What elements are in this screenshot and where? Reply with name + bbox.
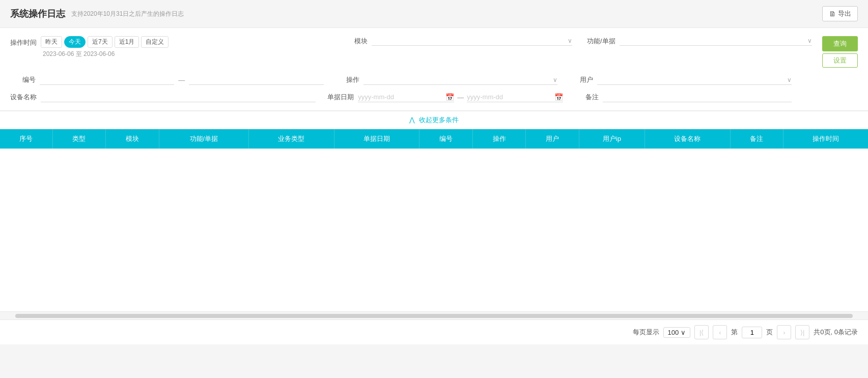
- date-end-input[interactable]: [467, 92, 552, 102]
- time-btn-1month[interactable]: 近1月: [115, 36, 139, 48]
- col-operation: 操作: [472, 129, 525, 149]
- user-label: 用户: [568, 75, 593, 84]
- total-info: 共0页, 0条记录: [814, 328, 858, 337]
- prev-page-button[interactable]: ‹: [713, 325, 727, 339]
- date-start-wrap: 📅: [358, 92, 454, 102]
- filter-area: 操作时间 昨天 今天 近7天 近1月 自定义 2023-06-06 至 2023…: [0, 28, 868, 111]
- action-buttons: 查询 设置: [822, 36, 858, 68]
- collapse-label: 收起更多条件: [419, 116, 459, 124]
- data-table: 序号 类型 模块 功能/单据 业务类型 单据日期 编号 操作 用户 用户ip 设…: [0, 129, 868, 149]
- page-subtitle: 支持2020年10月31日之后产生的操作日志: [71, 10, 184, 18]
- col-voucher-date: 单据日期: [334, 129, 419, 149]
- table-header: 序号 类型 模块 功能/单据 业务类型 单据日期 编号 操作 用户 用户ip 设…: [0, 129, 868, 149]
- number-dash: —: [178, 76, 185, 84]
- table-header-row: 序号 类型 模块 功能/单据 业务类型 单据日期 编号 操作 用户 用户ip 设…: [0, 129, 868, 149]
- time-label: 操作时间: [10, 38, 37, 47]
- date-dash: —: [457, 94, 464, 101]
- col-business-type: 业务类型: [249, 129, 334, 149]
- time-buttons: 昨天 今天 近7天 近1月 自定义: [41, 36, 169, 48]
- export-button[interactable]: 🗎 导出: [822, 6, 858, 21]
- date-start-input[interactable]: [358, 92, 443, 102]
- col-number: 编号: [419, 129, 472, 149]
- settings-button[interactable]: 设置: [822, 53, 858, 68]
- export-icon: 🗎: [829, 10, 836, 18]
- device-input[interactable]: [41, 92, 316, 102]
- function-dropdown-icon: ∨: [807, 37, 812, 44]
- voucher-date-label: 单据日期: [326, 93, 354, 102]
- user-select[interactable]: ∨: [597, 75, 792, 85]
- module-label: 模块: [342, 37, 368, 46]
- per-page-label: 每页显示: [633, 328, 659, 337]
- last-page-button[interactable]: ⟩|: [795, 325, 809, 339]
- col-type: 类型: [52, 129, 105, 149]
- col-user: 用户: [526, 129, 579, 149]
- first-page-button[interactable]: |⟨: [694, 325, 709, 339]
- col-module: 模块: [106, 129, 159, 149]
- export-label: 导出: [838, 9, 851, 18]
- device-label: 设备名称: [10, 93, 37, 102]
- page-unit: 页: [766, 328, 773, 337]
- remark-input[interactable]: [603, 92, 792, 102]
- col-seq: 序号: [0, 129, 52, 149]
- calendar-end-icon[interactable]: 📅: [554, 93, 563, 101]
- operation-dropdown-icon: ∨: [553, 76, 557, 83]
- function-label: 功能/单据: [582, 37, 615, 46]
- collapse-icon: ⋀: [409, 116, 415, 124]
- horizontal-scrollbar[interactable]: [0, 311, 868, 319]
- remark-label: 备注: [573, 93, 599, 102]
- time-btn-custom[interactable]: 自定义: [141, 36, 169, 48]
- number-label: 编号: [10, 75, 36, 84]
- function-select[interactable]: ∨: [620, 36, 812, 46]
- col-device: 设备名称: [645, 129, 730, 149]
- query-button[interactable]: 查询: [822, 36, 858, 51]
- module-dropdown-icon: ∨: [568, 37, 572, 44]
- date-end-wrap: 📅: [467, 92, 563, 102]
- col-remark: 备注: [730, 129, 783, 149]
- page-header: 系统操作日志 支持2020年10月31日之后产生的操作日志 🗎 导出: [0, 0, 868, 28]
- table-wrap: 序号 类型 模块 功能/单据 业务类型 单据日期 编号 操作 用户 用户ip 设…: [0, 129, 868, 149]
- next-page-button[interactable]: ›: [777, 325, 791, 339]
- operation-select[interactable]: ∨: [363, 75, 558, 85]
- col-function: 功能/单据: [159, 129, 248, 149]
- pagination: 每页显示 100 ∨ |⟨ ‹ 第 页 › ⟩| 共0页, 0条记录: [0, 319, 868, 344]
- scrollbar-thumb[interactable]: [15, 314, 853, 318]
- calendar-start-icon[interactable]: 📅: [445, 93, 454, 101]
- time-btn-today[interactable]: 今天: [64, 36, 86, 48]
- time-btn-7days[interactable]: 近7天: [88, 36, 113, 48]
- header-left: 系统操作日志 支持2020年10月31日之后产生的操作日志: [10, 8, 184, 20]
- module-select[interactable]: ∨: [372, 36, 572, 46]
- col-user-ip: 用户ip: [579, 129, 645, 149]
- number-input-start[interactable]: [40, 75, 174, 85]
- user-dropdown-icon: ∨: [787, 76, 792, 83]
- number-input-end[interactable]: [189, 75, 323, 85]
- page-size-arrow: ∨: [681, 329, 686, 336]
- page-text: 第: [731, 328, 738, 337]
- time-btn-yesterday[interactable]: 昨天: [41, 36, 62, 48]
- page-title: 系统操作日志: [10, 8, 65, 20]
- page-number-input[interactable]: [742, 327, 762, 338]
- page-size-value: 100: [668, 329, 679, 336]
- collapse-bar[interactable]: ⋀ 收起更多条件: [0, 111, 868, 129]
- page-size-select[interactable]: 100 ∨: [663, 327, 691, 338]
- col-op-time: 操作时间: [783, 129, 868, 149]
- time-range-display: 2023-06-06 至 2023-06-06: [43, 50, 169, 59]
- operation-label: 操作: [334, 75, 359, 84]
- empty-data-area: [0, 149, 868, 311]
